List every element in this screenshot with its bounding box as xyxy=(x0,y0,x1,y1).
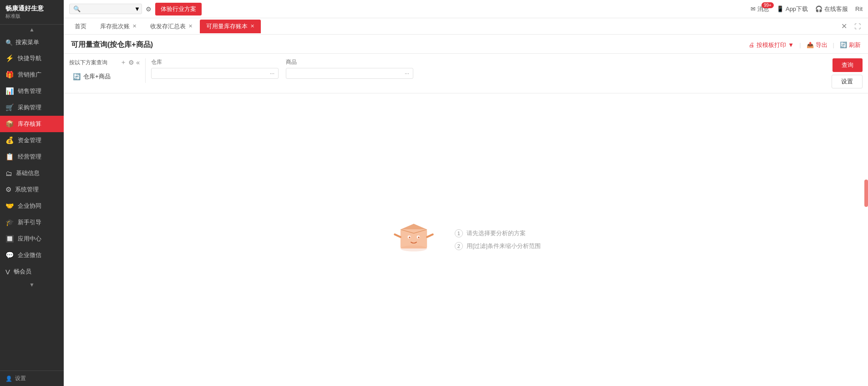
sidebar-search-item[interactable]: 🔍 搜索菜单 xyxy=(0,35,64,50)
sidebar-item-marketing[interactable]: 🎁 营销推广 xyxy=(0,67,64,83)
tab-stock-summary[interactable]: 收发存汇总表 ✕ xyxy=(144,20,199,33)
quick-nav-icon: ⚡ xyxy=(5,54,14,62)
topbar-search-input[interactable] xyxy=(82,6,132,12)
tab-batch-account[interactable]: 库存批次账 ✕ xyxy=(94,20,143,33)
sidebar-item-system[interactable]: ⚙ 系统管理 xyxy=(0,181,64,198)
refresh-btn[interactable]: 🔄 刷新 xyxy=(840,41,861,49)
topbar-app-download[interactable]: 📱 App下载 xyxy=(777,5,808,13)
sidebar-user-name: 设置 xyxy=(15,375,26,382)
sidebar-item-operation[interactable]: 📋 经营管理 xyxy=(0,149,64,165)
sidebar-item-label: 基础信息 xyxy=(16,169,40,177)
industry-btn[interactable]: 体验行业方案 xyxy=(155,3,202,15)
sidebar-item-enterprise[interactable]: 🤝 企业协同 xyxy=(0,198,64,214)
sidebar-item-basic[interactable]: 🗂 基础信息 xyxy=(0,165,64,181)
tabs-actions: ✕ ⛶ xyxy=(838,21,863,31)
right-scrollbar[interactable] xyxy=(864,180,868,207)
sidebar-item-sales[interactable]: 📊 销售管理 xyxy=(0,83,64,99)
sidebar-item-label: 经营管理 xyxy=(18,153,41,161)
scheme-label: 按以下方案查询 xyxy=(69,59,107,67)
print-dropdown-icon[interactable]: ▼ xyxy=(788,41,794,48)
query-btn[interactable]: 查询 xyxy=(832,58,863,72)
filter-warehouse-group: 仓库 ··· xyxy=(151,58,279,79)
scheme-item-icon: 🔄 xyxy=(73,73,81,80)
wechat-icon: 💬 xyxy=(5,251,14,259)
sidebar-bottom: 👤 设置 xyxy=(0,371,64,386)
sidebar-search-label: 搜索菜单 xyxy=(15,38,39,46)
expand-tab-btn[interactable]: ⛶ xyxy=(852,22,863,31)
marketing-icon: 🎁 xyxy=(5,71,14,79)
app-icon: 📱 xyxy=(777,5,784,12)
print-btn[interactable]: 🖨 按模板打印 ▼ xyxy=(749,41,794,49)
sidebar-scroll-up[interactable]: ▲ xyxy=(0,25,64,35)
app-subtitle: 标准版 xyxy=(5,13,58,20)
topbar-search-dropdown-icon[interactable]: ▼ xyxy=(134,5,140,12)
sidebar-item-quick-nav[interactable]: ⚡ 快捷导航 xyxy=(0,50,64,67)
tab-available-account-close[interactable]: ✕ xyxy=(250,23,254,29)
sidebar-item-purchase[interactable]: 🛒 采购管理 xyxy=(0,99,64,116)
topbar-online-service[interactable]: 🎧 在线客服 xyxy=(815,5,848,13)
sidebar-scroll-down[interactable]: ▼ xyxy=(0,280,64,290)
tab-batch-account-label: 库存批次账 xyxy=(100,22,130,31)
app-title: 畅康通好生意 xyxy=(5,5,58,13)
page-header: 可用量查询(按仓库+商品) 🖨 按模板打印 ▼ | 📤 导出 | 🔄 刷新 xyxy=(64,35,868,54)
hint-number-1: 1 xyxy=(455,229,463,237)
filter-product-group: 商品 ··· xyxy=(286,58,413,79)
user-name: Rit xyxy=(855,5,863,12)
tab-home-label: 首页 xyxy=(75,22,86,31)
tab-available-account[interactable]: 可用量库存账本 ✕ xyxy=(200,20,261,33)
query-filters: 仓库 ··· 商品 ··· xyxy=(146,58,826,79)
print-icon: 🖨 xyxy=(749,41,755,48)
topbar-user[interactable]: Rit xyxy=(855,5,863,12)
filter-product-input[interactable]: ··· xyxy=(286,68,413,79)
member-icon: V xyxy=(5,268,10,276)
tab-stock-summary-close[interactable]: ✕ xyxy=(188,23,193,29)
tab-batch-account-close[interactable]: ✕ xyxy=(132,23,137,29)
action-separator2: | xyxy=(833,41,834,48)
sidebar-item-label: 快捷导航 xyxy=(18,54,41,62)
topbar-search-box[interactable]: 🔍 ▼ xyxy=(69,4,142,14)
empty-text: 1 请先选择要分析的方案 2 用[过滤]条件来缩小分析范围 xyxy=(455,229,541,250)
sidebar-item-label: 销售管理 xyxy=(18,87,41,95)
product-more-btn[interactable]: ··· xyxy=(405,70,409,77)
export-label: 导出 xyxy=(816,41,827,49)
sidebar-item-finance[interactable]: 💰 资金管理 xyxy=(0,132,64,149)
collapse-scheme-btn[interactable]: « xyxy=(136,59,140,66)
sidebar-item-label: 企业协同 xyxy=(18,202,41,210)
query-area: 按以下方案查询 ＋ ⚙ « 🔄 仓库+商品 仓库 ··· xyxy=(64,54,868,93)
sales-icon: 📊 xyxy=(5,87,14,95)
sidebar-item-label: 库存核算 xyxy=(18,120,41,128)
sidebar-item-label: 应用中心 xyxy=(18,235,41,243)
warehouse-more-btn[interactable]: ··· xyxy=(270,70,274,77)
sidebar-item-member[interactable]: V 畅会员 xyxy=(0,263,64,280)
sidebar-item-inventory[interactable]: 📦 库存核算 xyxy=(0,116,64,132)
filter-product-label: 商品 xyxy=(286,58,413,66)
warehouse-input-field[interactable] xyxy=(155,70,268,77)
tab-home[interactable]: 首页 xyxy=(68,20,93,33)
empty-hint-1: 1 请先选择要分析的方案 xyxy=(455,229,541,237)
close-all-tabs-btn[interactable]: ✕ xyxy=(838,21,850,31)
scheme-item-warehouse-product[interactable]: 🔄 仓库+商品 xyxy=(69,70,140,83)
export-btn[interactable]: 📤 导出 xyxy=(807,41,827,49)
sidebar-item-label: 畅会员 xyxy=(14,268,31,276)
message-badge: 99+ xyxy=(761,2,774,8)
sidebar-item-wechat[interactable]: 💬 企业微信 xyxy=(0,247,64,263)
product-input-field[interactable] xyxy=(290,70,403,77)
search-icon: 🔍 xyxy=(5,39,13,46)
service-icon: 🎧 xyxy=(815,5,822,12)
sidebar-item-label: 企业微信 xyxy=(18,251,41,259)
system-icon: ⚙ xyxy=(5,185,11,194)
topbar-search-icon: 🔍 xyxy=(73,5,81,12)
topbar-message[interactable]: ✉ 消息 99+ xyxy=(751,5,769,13)
print-label: 按模板打印 xyxy=(756,41,786,49)
basic-icon: 🗂 xyxy=(5,170,12,177)
query-settings-btn[interactable]: 设置 xyxy=(832,75,863,88)
topbar-gear-icon[interactable]: ⚙ xyxy=(146,5,152,13)
hint-text-2: 用[过滤]条件来缩小分析范围 xyxy=(467,242,541,250)
filter-warehouse-input[interactable]: ··· xyxy=(151,68,279,79)
sidebar-item-appcenter[interactable]: 🔲 应用中心 xyxy=(0,231,64,247)
sidebar-item-newguide[interactable]: 🎓 新手引导 xyxy=(0,214,64,231)
main-content: 🔍 ▼ ⚙ 体验行业方案 ✉ 消息 99+ 📱 App下载 🎧 在线客服 Rit xyxy=(64,0,868,386)
settings-scheme-btn[interactable]: ⚙ xyxy=(128,59,134,66)
add-scheme-btn[interactable]: ＋ xyxy=(120,58,127,67)
page-title: 可用量查询(按仓库+商品) xyxy=(71,40,153,50)
